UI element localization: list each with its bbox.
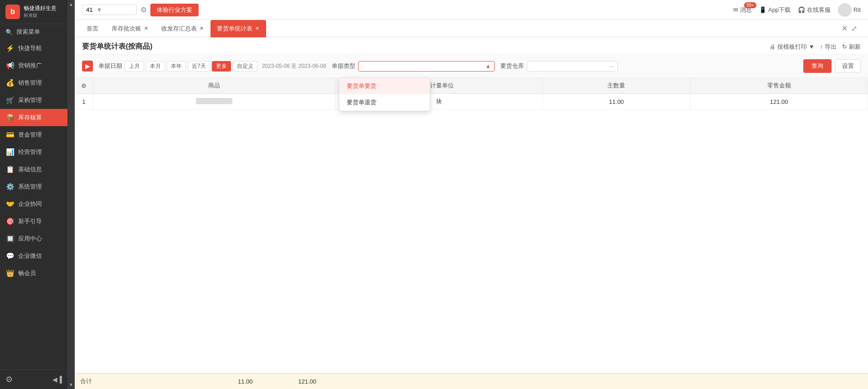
sidebar-item-finance[interactable]: 💳 资金管理 [0,126,67,143]
date-btn-custom[interactable]: 自定义 [233,61,257,72]
tab-batch-close[interactable]: ✕ [144,26,148,31]
store-name: 41 [86,6,92,13]
type-input[interactable] [362,63,485,70]
tab-order-stats-close[interactable]: ✕ [255,26,259,31]
sidebar-item-label: 营销推广 [18,61,42,70]
sidebar-logo: b 畅捷通好生意 标准版 [0,0,67,24]
expand-icon[interactable]: ⤢ [851,24,857,33]
query-btn[interactable]: 查询 [803,59,832,73]
tab-receivable[interactable]: 收发存汇总表 ✕ [155,20,211,37]
sidebar-item-inventory[interactable]: 📦 库存核算 [0,109,67,126]
warehouse-dots-icon[interactable]: ··· [609,63,614,70]
sidebar-item-label: 销售管理 [18,79,42,87]
marketing-icon: 📢 [5,61,15,70]
table-footer: 合计 11.00 121.00 [75,373,868,389]
export-btn[interactable]: ↑ 导出 [820,43,837,51]
scroll-down-arrow[interactable]: ▼ [69,382,73,387]
sidebar-item-basic[interactable]: 📋 基础信息 [0,161,67,178]
app-title: 畅捷通好生意 [24,5,56,12]
page-content: 要货单统计表(按商品) 🖨 按模板打印 ▼ ↑ 导出 ↻ 刷新 ▶ [75,37,868,389]
row-quantity: 11.00 [543,94,690,110]
sidebar-item-sales[interactable]: 💰 销售管理 [0,74,67,92]
date-btn-last-month[interactable]: 上月 [125,61,144,72]
topbar-settings-icon[interactable]: ⚙ [140,5,147,14]
app-download-btn[interactable]: 📱 App下载 [759,6,791,14]
tab-batch[interactable]: 库存批次账 ✕ [105,20,155,37]
tab-receivable-label: 收发存汇总表 [161,25,197,33]
scroll-up-arrow[interactable]: ▲ [69,2,73,7]
col-settings[interactable]: ⚙ [75,78,93,94]
page-header-actions: 🖨 按模板打印 ▼ ↑ 导出 ↻ 刷新 [770,43,861,51]
filter-toggle-btn[interactable]: ▶ [82,61,93,72]
tabs-bar: 首页 库存批次账 ✕ 收发存汇总表 ✕ 要货单统计表 ✕ ✕ ⤢ [75,20,868,37]
table-header-row: ⚙ 商品 主计量单位 主数量 零售金额 [75,78,868,94]
sidebar-collapse-icon[interactable]: ◀▐ [52,376,62,383]
inventory-icon: 📦 [5,113,15,122]
type-select[interactable]: ▲ [358,61,495,72]
sidebar-item-label: 库存核算 [18,113,42,122]
date-label: 单据日期 [98,62,122,70]
online-service-btn[interactable]: 🎧 在线客服 [798,6,831,14]
type-label: 单据类型 [332,62,355,70]
message-icon: ✉ [733,6,738,13]
sidebar-item-quick-nav[interactable]: ⚡ 快捷导航 [0,40,67,57]
app-logo-icon: b [5,5,20,19]
tab-order-stats[interactable]: 要货单统计表 ✕ [211,20,266,37]
sidebar-item-system[interactable]: ⚙️ 系统管理 [0,178,67,195]
main-area: 41 ▼ ⚙ 体验行业方案 ✉ 消息 99+ 📱 App下载 🎧 在线客服 R [75,0,868,389]
sidebar-bottom: ⚙ ◀▐ [0,369,67,389]
date-btn-more[interactable]: 更多 [212,61,231,72]
operation-icon: 📊 [5,148,15,156]
appstore-icon: 🔲 [5,235,15,243]
sidebar-item-wechat[interactable]: 💬 企业微信 [0,247,67,265]
date-quick-btns: 上月 本月 本年 近7天 更多 自定义 [125,61,257,72]
user-menu[interactable]: Rit [838,3,861,17]
filter-bar: ▶ 单据日期 上月 本月 本年 近7天 更多 自定义 2023-05-06 至 … [75,55,868,78]
sidebar-item-label: 采购管理 [18,96,42,104]
row-product [93,94,335,110]
chevron-up-icon[interactable]: ▲ [485,63,491,69]
sales-icon: 💰 [5,79,15,87]
member-icon: 👑 [5,269,15,277]
sidebar-item-operation[interactable]: 📊 经营管理 [0,143,67,161]
date-btn-this-month[interactable]: 本月 [146,61,165,72]
print-btn[interactable]: 🖨 按模板打印 ▼ [770,43,815,51]
dropdown-item-return[interactable]: 要货单退货 [339,94,430,111]
topbar-left: 41 ▼ ⚙ 体验行业方案 [82,4,728,16]
close-all-icon[interactable]: ✕ [842,24,847,33]
warehouse-filter-group: 要货仓库 ··· [500,61,618,72]
sidebar-item-enterprise[interactable]: 🤝 企业协同 [0,195,67,213]
tab-home-label: 首页 [87,25,98,33]
tab-batch-label: 库存批次账 [112,25,141,33]
warehouse-select[interactable]: ··· [527,61,618,72]
tab-home[interactable]: 首页 [80,20,105,37]
dropdown-item-requisition[interactable]: 要货单要货 [339,78,430,94]
sidebar-item-appstore[interactable]: 🔲 应用中心 [0,230,67,247]
sidebar-item-purchase[interactable]: 🛒 采购管理 [0,92,67,109]
data-table: ⚙ 商品 主计量单位 主数量 零售金额 1 块 11.00 [75,78,868,110]
sidebar-item-member[interactable]: 👑 畅会员 [0,265,67,282]
table-container: ⚙ 商品 主计量单位 主数量 零售金额 1 块 11.00 [75,78,868,373]
date-btn-last-7[interactable]: 近7天 [188,61,210,72]
finance-icon: 💳 [5,131,15,139]
download-icon: 📱 [759,6,766,13]
trial-button[interactable]: 体验行业方案 [150,4,199,16]
app-subtitle: 标准版 [24,12,56,19]
sidebar-item-guide[interactable]: 🎯 新手引导 [0,213,67,230]
tab-receivable-close[interactable]: ✕ [200,26,204,31]
sidebar-item-marketing[interactable]: 📢 营销推广 [0,57,67,74]
settings-gear-icon[interactable]: ⚙ [5,374,13,384]
store-selector[interactable]: 41 ▼ [82,5,137,15]
refresh-btn[interactable]: ↻ 刷新 [842,43,861,51]
footer-amount: 121.00 [298,378,317,385]
date-btn-this-year[interactable]: 本年 [167,61,186,72]
sidebar-item-label: 经营管理 [18,148,42,156]
filter-actions: 查询 设置 [803,59,861,73]
messages-badge: 99+ [744,2,756,8]
date-range-text: 2023-05-06 至 2023-06-06 [262,62,326,70]
messages-btn[interactable]: ✉ 消息 99+ [733,6,752,14]
topbar: 41 ▼ ⚙ 体验行业方案 ✉ 消息 99+ 📱 App下载 🎧 在线客服 R [75,0,868,20]
sidebar-search[interactable]: 🔍 搜索菜单 [0,24,67,40]
sidebar-nav: ⚡ 快捷导航 📢 营销推广 💰 销售管理 🛒 采购管理 📦 库存核算 💳 资金管… [0,40,67,369]
settings-btn[interactable]: 设置 [835,59,861,73]
